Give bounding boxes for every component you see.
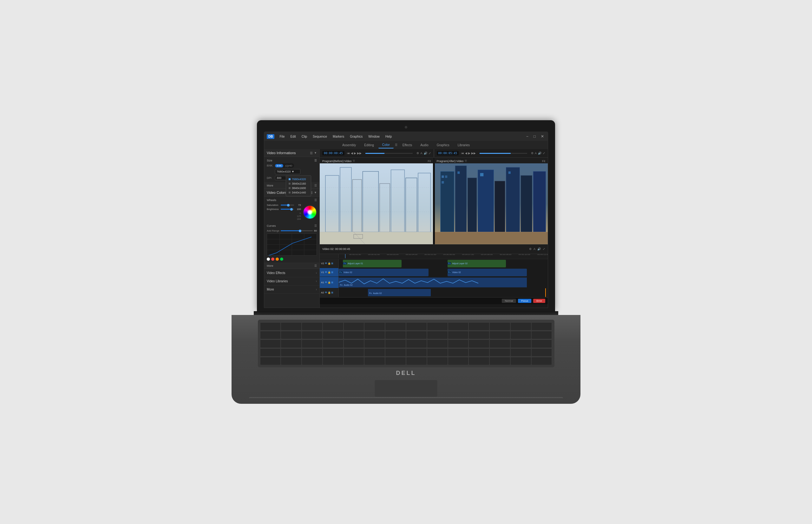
a2-eye[interactable]: 👁 — [325, 291, 327, 294]
size-toggle[interactable]: 8/4K (Q)HD — [275, 163, 294, 168]
key-51[interactable] — [448, 348, 468, 356]
key-25[interactable] — [490, 331, 510, 339]
curves-menu-icon[interactable]: ☰ — [314, 224, 317, 227]
res-option-2[interactable]: 3840x2160 — [286, 181, 311, 186]
wheels-menu-icon[interactable]: ☰ — [314, 199, 317, 202]
v2-clip-2[interactable]: Fx Adjust Layer 02 — [448, 260, 506, 267]
brightness-track[interactable] — [281, 209, 294, 210]
key-3[interactable] — [323, 322, 343, 330]
brightness-thumb[interactable] — [290, 208, 293, 211]
v1-clip-1[interactable]: Fx Video 02 — [339, 269, 429, 276]
status-focus-btn[interactable]: Focus — [518, 299, 531, 303]
key-18[interactable] — [344, 331, 364, 339]
key-59[interactable] — [323, 357, 343, 365]
key-48[interactable] — [385, 348, 406, 356]
tab-audio[interactable]: Audio — [416, 142, 432, 148]
maximize-button[interactable]: □ — [532, 134, 537, 138]
key-6[interactable] — [385, 322, 406, 330]
audio-icon-r[interactable]: 🔊 — [538, 152, 542, 155]
key-36[interactable] — [427, 339, 448, 347]
v1-clip-2[interactable]: Fx Video 02 — [448, 269, 527, 276]
status-normal-btn[interactable]: Normal — [502, 299, 516, 303]
key-65[interactable] — [448, 357, 468, 365]
key-69[interactable] — [532, 357, 552, 365]
menu-clip[interactable]: Clip — [300, 134, 308, 139]
menu-help[interactable]: Help — [384, 134, 393, 139]
key-16[interactable] — [302, 331, 322, 339]
key-38[interactable] — [469, 339, 489, 347]
key-27[interactable] — [532, 331, 552, 339]
key-19[interactable] — [364, 331, 385, 339]
key-12[interactable] — [511, 322, 531, 330]
video-colors-chevron[interactable]: ▼ — [314, 191, 317, 194]
key-50[interactable] — [427, 348, 448, 356]
key-66[interactable] — [469, 357, 489, 365]
color-wheel[interactable] — [303, 205, 317, 219]
step-fwd-r[interactable]: ▶▶ — [471, 152, 476, 155]
tab-editing[interactable]: Editing — [360, 142, 378, 148]
key-14[interactable] — [261, 331, 281, 339]
add-range-slider[interactable] — [281, 230, 313, 231]
key-2[interactable] — [302, 322, 322, 330]
play-l[interactable]: ▶ — [354, 152, 356, 155]
a1-eye[interactable]: 👁 — [325, 281, 327, 284]
v2-sync[interactable]: ⊞ — [331, 262, 333, 265]
key-64[interactable] — [427, 357, 448, 365]
play-r[interactable]: ▶ — [468, 152, 470, 155]
key-7[interactable] — [406, 322, 427, 330]
color-dot-red[interactable] — [271, 258, 275, 261]
tab-graphics-nav[interactable]: Graphics — [433, 142, 453, 148]
more-section-2[interactable]: More ☰ — [264, 263, 319, 269]
prev-btn-r[interactable]: ⏮ — [461, 152, 464, 155]
color-dot-orange[interactable] — [276, 258, 279, 261]
v2-lock[interactable]: 🔒 — [328, 262, 331, 265]
v1-sync[interactable]: ⊞ — [331, 271, 333, 274]
video-info-header[interactable]: Video Informations ☰ ▼ — [264, 149, 319, 157]
video-effects-item[interactable]: Video Effects › — [264, 269, 319, 277]
key-62[interactable] — [385, 357, 406, 365]
key-67[interactable] — [490, 357, 510, 365]
key-55[interactable] — [532, 348, 552, 356]
key-31[interactable] — [323, 339, 343, 347]
res-option-1[interactable]: 7680x4320 — [286, 177, 311, 181]
monitor-icon-l[interactable]: A — [420, 152, 422, 155]
prev-btn-l[interactable]: ⏮ — [347, 152, 350, 155]
key-22[interactable] — [427, 331, 448, 339]
key-4[interactable] — [344, 322, 364, 330]
a1-lock[interactable]: 🔒 — [328, 281, 331, 284]
key-1[interactable] — [281, 322, 301, 330]
key-26[interactable] — [511, 331, 531, 339]
timeline-settings[interactable]: ⚙ — [529, 247, 532, 250]
key-21[interactable] — [406, 331, 427, 339]
key-40[interactable] — [511, 339, 531, 347]
menu-edit[interactable]: Edit — [289, 134, 297, 139]
tab-effects[interactable]: Effects — [399, 142, 416, 148]
more-menu-icon-1[interactable]: ☰ — [314, 184, 317, 187]
tab-assembly[interactable]: Assembly — [338, 142, 360, 148]
key-33[interactable] — [364, 339, 385, 347]
settings-icon-r[interactable]: ⚙ — [531, 152, 533, 155]
key-58[interactable] — [302, 357, 322, 365]
key-42[interactable] — [261, 348, 281, 356]
menu-markers[interactable]: Markers — [331, 134, 345, 139]
toggle-8k[interactable]: 8/4K — [275, 164, 283, 167]
key-57[interactable] — [281, 357, 301, 365]
video-info-menu-icon[interactable]: ☰ — [310, 151, 313, 155]
a1-sync[interactable]: ⊞ — [331, 281, 333, 284]
key-24[interactable] — [469, 331, 489, 339]
v2-eye[interactable]: 👁 — [325, 262, 327, 265]
key-61[interactable] — [364, 357, 385, 365]
tab-color-menu-icon[interactable]: ☰ — [394, 142, 398, 148]
video-libraries-item[interactable]: Video Libraries › — [264, 277, 319, 285]
right-panel-menu[interactable]: ☰ — [465, 160, 467, 162]
key-45[interactable] — [323, 348, 343, 356]
v1-eye[interactable]: 👁 — [325, 271, 327, 274]
color-dot-green[interactable] — [280, 258, 283, 261]
key-60[interactable] — [344, 357, 364, 365]
key-41[interactable] — [532, 339, 552, 347]
saturation-track[interactable] — [281, 204, 294, 206]
settings-icon-l[interactable]: ⚙ — [416, 152, 419, 155]
audio-icon-l[interactable]: 🔊 — [424, 152, 427, 155]
key-47[interactable] — [364, 348, 385, 356]
v2-clip-1[interactable]: Fx Adjust Layer 01 — [343, 260, 401, 267]
